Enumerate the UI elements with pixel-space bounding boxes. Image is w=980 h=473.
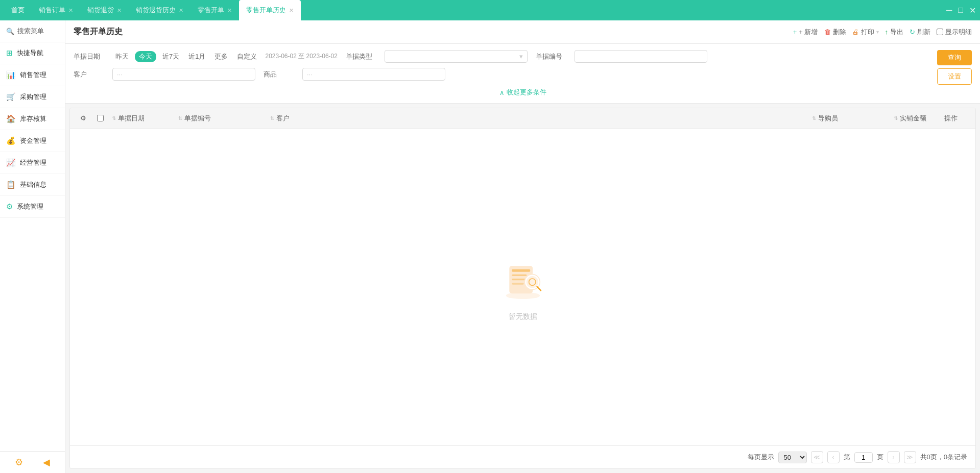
collapse-label: 收起更多条件 [507,88,546,97]
th-order-label: 单据编号 [184,114,211,123]
customer-label: 客户 [74,70,104,79]
refresh-button[interactable]: ↻ 刷新 [910,28,930,37]
th-customer-label: 客户 [276,114,290,123]
add-icon: + [793,28,797,36]
empty-illustration [497,253,548,304]
display-detail-input[interactable] [937,29,943,35]
tab-sales-return-close[interactable]: ✕ [117,7,122,14]
export-icon: ↑ [885,28,889,36]
doc-no-input[interactable] [575,50,707,63]
operation-icon: 📈 [6,158,16,167]
tab-home[interactable]: 首页 [4,0,32,20]
th-amount-sort-icon: ⇅ [894,116,898,121]
add-label: + 新增 [799,28,818,37]
doc-type-label: 单据类型 [346,52,376,61]
first-page-btn[interactable]: ≪ [811,451,823,463]
date-opt-more[interactable]: 更多 [211,51,231,62]
th-guide[interactable]: ⇅ 导购员 [808,114,869,123]
tab-sales-order[interactable]: 销售订单 ✕ [32,0,80,20]
th-order-no[interactable]: ⇅ 单据编号 [174,114,266,123]
tab-sales-return-history-close[interactable]: ✕ [179,7,183,14]
sidebar-search[interactable]: 🔍 搜索菜单 [0,20,65,42]
print-button[interactable]: 🖨 打印 ▾ [852,28,879,37]
finance-icon: 💰 [6,136,16,145]
svg-rect-3 [512,274,527,276]
sidebar-item-operation[interactable]: 📈 经营管理 [0,152,65,174]
filter-row-2: 客户 ··· 商品 ··· [74,68,933,81]
customer-input[interactable]: ··· [112,68,255,81]
tab-retail-open-history-close[interactable]: ✕ [289,7,294,14]
last-page-btn[interactable]: ≫ [904,451,916,463]
tab-sales-return-history[interactable]: 销货退货历史 ✕ [129,0,190,20]
sidebar-item-purchase-mgmt-label: 采购管理 [20,92,46,102]
goods-input[interactable]: ··· [302,68,445,81]
page-header: 零售开单历史 + + 新增 🗑 删除 🖨 打印 ▾ ↑ 导出 [65,20,980,44]
sidebar-item-inventory[interactable]: 🏠 库存核算 [0,108,65,130]
sidebar: 🔍 搜索菜单 ⊞ 快捷导航 📊 销售管理 🛒 采购管理 🏠 库存核算 💰 资金管… [0,20,65,473]
top-tabbar: 首页 销售订单 ✕ 销货退货 ✕ 销货退货历史 ✕ 零售开单 ✕ 零售开单历史 … [0,0,980,20]
filter-row-1: 单据日期 昨天 今天 近7天 近1月 更多 自定义 2023-06-02 至 2… [74,50,933,63]
minimize-icon[interactable]: ─ [946,6,952,15]
date-opt-last1month[interactable]: 近1月 [185,51,208,62]
sidebar-item-operation-label: 经营管理 [20,158,46,167]
delete-button[interactable]: 🗑 删除 [824,28,846,37]
prev-page-btn[interactable]: ‹ [827,451,840,463]
page-title: 零售开单历史 [74,27,123,37]
th-amount[interactable]: ⇅ 实销金额 [869,114,930,123]
date-range-text: 2023-06-02 至 2023-06-02 [265,52,337,61]
page-number-input[interactable] [854,452,873,463]
page-size-select[interactable]: 20 50 100 [778,452,807,463]
sidebar-item-sales-mgmt[interactable]: 📊 销售管理 [0,64,65,86]
query-button[interactable]: 查询 [937,50,972,65]
th-date[interactable]: ⇅ 单据日期 [108,114,174,123]
date-opt-today[interactable]: 今天 [135,51,156,62]
tab-retail-open[interactable]: 零售开单 ✕ [190,0,239,20]
svg-rect-2 [512,269,530,271]
th-customer[interactable]: ⇅ 客户 [266,114,808,123]
export-button[interactable]: ↑ 导出 [885,28,904,37]
page-label: 第 [844,453,850,462]
sidebar-collapse-icon[interactable]: ◀ [43,457,50,468]
th-date-label: 单据日期 [118,114,145,123]
doc-type-select[interactable]: ▾ [385,50,528,63]
tab-retail-open-history[interactable]: 零售开单历史 ✕ [239,0,301,20]
th-date-sort-icon: ⇅ [112,116,116,121]
date-opt-yesterday[interactable]: 昨天 [112,51,132,62]
per-page-label: 每页显示 [748,453,774,462]
sidebar-settings-icon[interactable]: ⚙ [15,457,23,468]
select-all-checkbox[interactable] [97,115,104,121]
sidebar-item-base-info[interactable]: 📋 基础信息 [0,174,65,196]
search-icon: 🔍 [6,28,14,35]
sidebar-item-finance-label: 资金管理 [20,136,46,145]
tab-sales-order-close[interactable]: ✕ [68,7,73,14]
sidebar-item-quick-nav[interactable]: ⊞ 快捷导航 [0,42,65,64]
inventory-icon: 🏠 [6,114,16,123]
sidebar-item-system[interactable]: ⚙ 系统管理 [0,196,65,218]
settings-button[interactable]: 设置 [937,68,972,85]
add-button[interactable]: + + 新增 [793,28,818,37]
sidebar-item-purchase-mgmt[interactable]: 🛒 采购管理 [0,86,65,108]
svg-line-8 [537,286,541,290]
print-label: 打印 [861,28,874,37]
total-text: 共0页，0条记录 [920,453,967,462]
sidebar-item-quick-nav-label: 快捷导航 [17,48,43,58]
tab-retail-open-close[interactable]: ✕ [227,7,232,14]
sidebar-search-label: 搜索菜单 [17,27,44,36]
th-settings[interactable]: ⚙ [74,114,92,122]
tab-retail-open-label: 零售开单 [198,6,224,15]
tab-sales-return[interactable]: 销货退货 ✕ [80,0,129,20]
date-filter-label: 单据日期 [74,52,104,61]
collapse-btn[interactable]: ∧ 收起更多条件 [499,88,546,97]
date-opt-last7[interactable]: 近7天 [159,51,182,62]
th-checkbox[interactable] [92,115,108,121]
sidebar-item-finance[interactable]: 💰 资金管理 [0,130,65,152]
svg-point-7 [526,276,538,288]
maximize-icon[interactable]: □ [958,6,963,15]
date-opt-custom[interactable]: 自定义 [234,51,260,62]
base-info-icon: 📋 [6,180,16,189]
display-detail-checkbox[interactable]: 显示明细 [937,28,972,37]
sales-mgmt-icon: 📊 [6,70,16,80]
next-page-btn[interactable]: › [888,451,900,463]
delete-icon: 🗑 [824,28,831,36]
close-icon[interactable]: ✕ [969,6,976,15]
